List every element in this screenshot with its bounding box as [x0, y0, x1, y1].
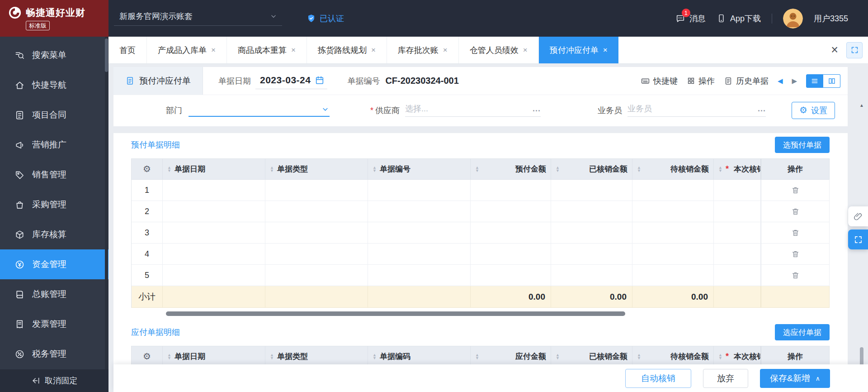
cell[interactable]: [551, 222, 632, 244]
cell[interactable]: [163, 180, 265, 201]
horizontal-scrollbar[interactable]: [131, 311, 830, 317]
operations-menu-button[interactable]: 操作: [687, 76, 715, 86]
delete-row-icon[interactable]: [791, 250, 800, 258]
sidebar-item-search-menu[interactable]: 搜索菜单: [0, 40, 108, 70]
cell[interactable]: [632, 201, 714, 222]
delete-row-icon[interactable]: [791, 229, 800, 237]
sidebar-item-funds[interactable]: 资金管理: [0, 249, 108, 279]
cell[interactable]: [632, 244, 714, 265]
sort-icon[interactable]: [718, 354, 722, 360]
cell[interactable]: [368, 201, 471, 222]
cell[interactable]: [163, 222, 265, 244]
sidebar-item-general-ledger[interactable]: 总账管理: [0, 279, 108, 309]
column-settings-icon[interactable]: [143, 164, 151, 174]
sidebar-item-project-contract[interactable]: 项目合同: [0, 100, 108, 130]
cell[interactable]: [714, 201, 761, 222]
sort-icon[interactable]: [556, 354, 560, 360]
tab-warehouse-kpi[interactable]: 仓管人员绩效 ×: [459, 37, 539, 63]
messages-button[interactable]: 1 消息: [675, 13, 706, 24]
doc-date-field[interactable]: 2023-03-24: [255, 73, 327, 89]
auto-writeoff-button[interactable]: 自动核销: [625, 369, 691, 388]
sort-icon[interactable]: [637, 354, 641, 360]
cell[interactable]: [471, 180, 551, 201]
shortcut-keys-button[interactable]: 快捷键: [641, 76, 678, 86]
cell[interactable]: [368, 244, 471, 265]
cell[interactable]: [714, 222, 761, 244]
salesman-select[interactable]: ...: [627, 104, 766, 117]
sidebar-item-inventory[interactable]: 库存核算: [0, 220, 108, 249]
cell[interactable]: [265, 265, 368, 286]
save-and-new-button[interactable]: 保存&新增 ∧: [760, 369, 830, 388]
sort-icon[interactable]: [270, 166, 274, 172]
fullscreen-button[interactable]: [846, 42, 863, 58]
tab-stock-batch[interactable]: 库存批次账 ×: [387, 37, 459, 63]
department-input[interactable]: [189, 105, 321, 114]
cell[interactable]: [163, 244, 265, 265]
cell[interactable]: [551, 244, 632, 265]
delete-row-icon[interactable]: [791, 271, 800, 280]
cell[interactable]: [714, 265, 761, 286]
sort-icon[interactable]: [373, 166, 377, 172]
cell[interactable]: [551, 180, 632, 201]
sidebar-item-invoice[interactable]: 发票管理: [0, 309, 108, 339]
close-tab-icon[interactable]: ×: [211, 46, 216, 55]
cell[interactable]: [471, 201, 551, 222]
department-select[interactable]: [189, 105, 330, 117]
delete-row-icon[interactable]: [791, 186, 800, 195]
cell[interactable]: [551, 265, 632, 286]
cell[interactable]: [265, 244, 368, 265]
sort-icon[interactable]: [373, 354, 377, 360]
list-view-button[interactable]: [806, 74, 823, 88]
document-title-tab[interactable]: 预付冲应付单: [113, 67, 203, 95]
supplier-picker-icon[interactable]: ...: [533, 104, 541, 114]
cell[interactable]: [163, 201, 265, 222]
column-settings-icon[interactable]: [143, 352, 151, 362]
unpin-sidebar-button[interactable]: 取消固定: [0, 369, 108, 392]
close-tab-icon[interactable]: ×: [603, 46, 608, 55]
sort-icon[interactable]: [475, 166, 479, 172]
cell[interactable]: [551, 201, 632, 222]
avatar[interactable]: [783, 9, 803, 29]
detail-view-button[interactable]: [823, 74, 840, 88]
cell[interactable]: [632, 180, 714, 201]
salesman-picker-icon[interactable]: ...: [758, 104, 766, 114]
cell[interactable]: [471, 222, 551, 244]
select-payable-docs-button[interactable]: 选应付单据: [775, 324, 830, 340]
cell[interactable]: [265, 222, 368, 244]
salesman-input[interactable]: [627, 104, 758, 114]
cell[interactable]: [471, 265, 551, 286]
close-tab-icon[interactable]: ×: [291, 46, 296, 55]
sort-icon[interactable]: [475, 354, 479, 360]
sidebar-item-tax[interactable]: 税务管理: [0, 339, 108, 369]
sidebar-item-sales[interactable]: 销售管理: [0, 160, 108, 190]
close-tab-icon[interactable]: ×: [443, 46, 448, 55]
supplier-select[interactable]: ...: [405, 104, 541, 117]
tab-cost-recalc[interactable]: 商品成本重算 ×: [227, 37, 307, 63]
supplier-input[interactable]: [405, 104, 533, 114]
sidebar-item-quick-nav[interactable]: 快捷导航: [0, 70, 108, 100]
discard-button[interactable]: 放弃: [703, 369, 748, 388]
tab-finished-goods-receipt[interactable]: 产成品入库单 ×: [147, 37, 227, 63]
chevron-down-icon[interactable]: [321, 105, 330, 114]
account-selector[interactable]: 新服务官网演示账套: [114, 11, 282, 26]
app-download-button[interactable]: App下载: [717, 13, 761, 24]
cell[interactable]: [265, 180, 368, 201]
scroll-up-icon[interactable]: [859, 103, 864, 108]
tab-picking-route[interactable]: 拣货路线规划 ×: [307, 37, 387, 63]
attachment-button[interactable]: [848, 206, 868, 226]
select-prepaid-docs-button[interactable]: 选预付单据: [775, 137, 830, 153]
sidebar-scrollbar[interactable]: [105, 37, 108, 369]
cell[interactable]: [368, 222, 471, 244]
sort-icon[interactable]: [270, 354, 274, 360]
cell[interactable]: [265, 201, 368, 222]
prev-doc-icon[interactable]: [778, 77, 783, 85]
settings-button[interactable]: 设置: [792, 102, 835, 119]
sort-icon[interactable]: [718, 166, 722, 172]
calendar-icon[interactable]: [315, 75, 325, 85]
close-icon[interactable]: ×: [831, 44, 838, 56]
delete-row-icon[interactable]: [791, 207, 800, 216]
cell[interactable]: [632, 265, 714, 286]
tab-home[interactable]: 首页: [108, 37, 147, 63]
cell[interactable]: [368, 265, 471, 286]
sidebar-scrollbar-thumb[interactable]: [105, 38, 108, 72]
